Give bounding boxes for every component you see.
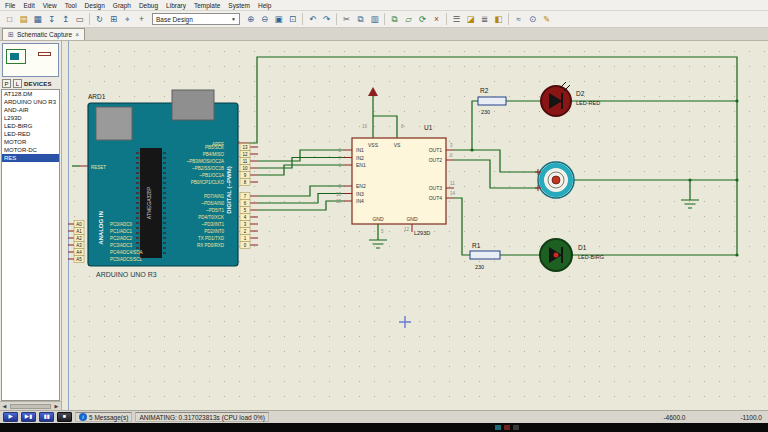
menu-help[interactable]: Help <box>258 2 271 9</box>
ground-terminal[interactable] <box>681 200 699 208</box>
l293d-driver[interactable]: U1 L293D IN1 2 IN2 7 EN1 1 EN2 9 IN3 10 … <box>336 124 456 236</box>
device-item[interactable]: LED-RED <box>2 130 59 138</box>
menu-tool[interactable]: Tool <box>65 2 77 9</box>
device-item-selected[interactable]: RES <box>2 154 59 162</box>
message-panel[interactable]: i 5 Message(s) <box>75 412 132 422</box>
pin-label: PC5/ADC5/SCL <box>110 257 143 262</box>
resistor-value: 230 <box>475 264 484 270</box>
pin-number: A3 <box>76 243 82 248</box>
make-device-icon[interactable]: ◪ <box>464 13 477 26</box>
new-file-icon[interactable]: □ <box>3 13 16 26</box>
wire[interactable] <box>454 150 538 172</box>
zoom-all-icon[interactable]: ▣ <box>272 13 285 26</box>
false-origin-icon[interactable]: ⌖ <box>121 13 134 26</box>
undo-icon[interactable]: ↶ <box>306 13 319 26</box>
device-item[interactable]: ARDUINO UNO R3 <box>2 98 59 106</box>
device-item[interactable]: MOTOR-DC <box>2 146 59 154</box>
pause-button[interactable]: ▮▮ <box>39 412 54 422</box>
zoom-in-icon[interactable]: ⊕ <box>244 13 257 26</box>
play-button[interactable]: ▶ <box>3 412 18 422</box>
block-delete-icon[interactable]: × <box>430 13 443 26</box>
wire[interactable] <box>250 57 737 255</box>
sheet-selector[interactable]: Base Design ▼ <box>152 13 240 25</box>
zoom-out-icon[interactable]: ⊖ <box>258 13 271 26</box>
menu-view[interactable]: View <box>43 2 57 9</box>
wire[interactable] <box>258 186 344 196</box>
step-button[interactable]: ▶▮ <box>21 412 36 422</box>
wire[interactable] <box>454 198 470 255</box>
wire[interactable] <box>258 165 344 175</box>
device-item[interactable]: MOTOR <box>2 138 59 146</box>
wire[interactable] <box>258 201 344 210</box>
led-d2-red[interactable]: D2 LED-RED <box>541 82 600 116</box>
wire[interactable] <box>454 160 538 188</box>
cursor-icon[interactable]: + <box>135 13 148 26</box>
pick-parts-icon[interactable]: ☰ <box>450 13 463 26</box>
zoom-area-icon[interactable]: ⊡ <box>286 13 299 26</box>
refresh-icon[interactable]: ↻ <box>93 13 106 26</box>
l293d-ref: U1 <box>424 124 433 131</box>
dc-motor[interactable] <box>535 162 574 198</box>
pin-number: 3 <box>450 143 453 148</box>
tab-schematic-capture[interactable]: ⊞ Schematic Capture × <box>2 28 85 40</box>
device-item[interactable]: L293D <box>2 114 59 122</box>
wire[interactable] <box>373 116 397 138</box>
wire-junction <box>735 253 738 256</box>
redo-icon[interactable]: ↷ <box>320 13 333 26</box>
scrollbar-thumb[interactable] <box>10 404 51 409</box>
led-d1-bicolor[interactable]: D1 LED-BIRG <box>540 239 604 271</box>
cut-icon[interactable]: ✂ <box>340 13 353 26</box>
resistor-body[interactable] <box>478 97 506 105</box>
wire[interactable] <box>472 101 478 150</box>
ground-terminal[interactable] <box>369 240 387 248</box>
schematic-canvas[interactable]: ARD1 ATMEGA328P ANALOG IN DIGITAL (~PWM)… <box>62 41 768 410</box>
block-copy-icon[interactable]: ⧉ <box>388 13 401 26</box>
menu-library[interactable]: Library <box>166 2 186 9</box>
library-button[interactable]: L <box>13 79 22 88</box>
device-item[interactable]: AT128.DM <box>2 90 59 98</box>
pin-label: ~PD5/T1 <box>206 208 224 213</box>
search-tag-icon[interactable]: ⊙ <box>526 13 539 26</box>
grid-icon[interactable]: ⊞ <box>107 13 120 26</box>
device-item[interactable]: LED-BIRG <box>2 122 59 130</box>
menu-graph[interactable]: Graph <box>113 2 131 9</box>
decompose-icon[interactable]: ◧ <box>492 13 505 26</box>
analog-in-label: ANALOG IN <box>98 211 104 245</box>
block-rotate-icon[interactable]: ⟳ <box>416 13 429 26</box>
close-icon[interactable]: × <box>75 31 79 38</box>
menu-system[interactable]: System <box>228 2 250 9</box>
wire-autorouter-icon[interactable]: ≈ <box>512 13 525 26</box>
resistor-ref: R1 <box>472 242 481 249</box>
menu-edit[interactable]: Edit <box>23 2 34 9</box>
arduino-uno[interactable]: ARD1 ATMEGA328P ANALOG IN DIGITAL (~PWM)… <box>68 90 258 278</box>
pick-device-button[interactable]: P <box>2 79 11 88</box>
print-icon[interactable]: ▭ <box>73 13 86 26</box>
resistor-body[interactable] <box>470 251 500 259</box>
import-icon[interactable]: ↧ <box>45 13 58 26</box>
wire[interactable] <box>258 150 344 161</box>
pin-label: PC0/ADC0 <box>110 222 133 227</box>
save-icon[interactable]: ▦ <box>31 13 44 26</box>
open-folder-icon[interactable]: ▤ <box>17 13 30 26</box>
copy-icon[interactable]: ⧉ <box>354 13 367 26</box>
stop-button[interactable]: ■ <box>57 412 72 422</box>
scroll-right-icon[interactable]: ▶ <box>52 403 61 409</box>
device-item[interactable]: AND-AIR <box>2 106 59 114</box>
packaging-tool-icon[interactable]: ≣ <box>478 13 491 26</box>
resistor-r2[interactable]: R2 230 <box>478 87 506 115</box>
preview-pane[interactable] <box>2 43 59 77</box>
block-move-icon[interactable]: ▱ <box>402 13 415 26</box>
scroll-left-icon[interactable]: ◀ <box>0 403 9 409</box>
menu-debug[interactable]: Debug <box>139 2 158 9</box>
menu-template[interactable]: Template <box>194 2 220 9</box>
property-assignment-icon[interactable]: ✎ <box>540 13 553 26</box>
sidebar-hscrollbar[interactable]: ◀ ▶ <box>0 401 61 410</box>
resistor-r1[interactable]: R1 230 <box>470 242 500 270</box>
power-terminal[interactable] <box>368 87 378 96</box>
pin-name: OUT3 <box>429 185 443 191</box>
wire[interactable] <box>258 158 344 169</box>
paste-icon[interactable]: ▥ <box>368 13 381 26</box>
export-icon[interactable]: ↥ <box>59 13 72 26</box>
menu-file[interactable]: File <box>5 2 15 9</box>
menu-design[interactable]: Design <box>85 2 105 9</box>
